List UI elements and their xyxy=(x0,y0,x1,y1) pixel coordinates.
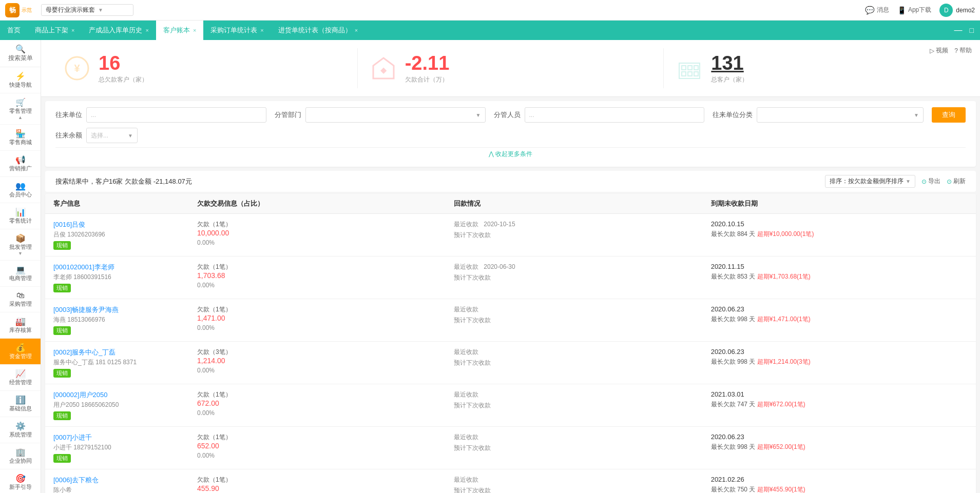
debt-amount: 652.00 xyxy=(197,442,454,450)
customer-cell: [0007]小进千 小进千 18279152100 现销 xyxy=(53,433,197,463)
close-icon[interactable]: × xyxy=(71,27,74,33)
query-button[interactable]: 查询 xyxy=(932,107,966,123)
table-header: 客户信息 欠款交易信息（占比） 回款情况 到期未收款日期 xyxy=(45,194,976,214)
last-payment: 最近收款 xyxy=(454,433,710,442)
overdue-link[interactable]: 超期¥652.00(1笔) xyxy=(757,443,805,450)
debt-count: 欠款（3笔） xyxy=(197,348,454,357)
overdue-link[interactable]: 超期¥672.00(1笔) xyxy=(757,401,805,408)
total-customers-label: 总客户（家） xyxy=(711,75,748,84)
balance-arrow-icon: ▼ xyxy=(128,133,133,139)
sidebar-item-retail-store[interactable]: 🏪 零售商城 xyxy=(0,125,41,151)
sidebar-item-newbie[interactable]: 🎯 新手引导 xyxy=(0,469,41,493)
sort-selector[interactable]: 排序：按欠款金额倒序排序 ▼ xyxy=(825,175,915,188)
tab-customer-account[interactable]: 客户账本 × xyxy=(156,21,203,40)
sidebar-item-inventory[interactable]: 🏭 库存核算 xyxy=(0,312,41,339)
unit-type-input[interactable]: ▼ xyxy=(757,107,924,123)
video-icon: ▷ xyxy=(930,47,934,54)
customer-cell: [0016]吕俊 吕俊 13026203696 现销 xyxy=(53,220,197,250)
sidebar-item-quick-nav[interactable]: ⚡ 快捷导航 xyxy=(0,67,41,93)
customer-name-link[interactable]: [0001020001]李老师 xyxy=(53,263,197,272)
store-icon: 🏪 xyxy=(2,129,39,139)
export-icon: ⊙ xyxy=(921,178,927,185)
collapse-bar[interactable]: ⋀ 收起更多条件 xyxy=(55,147,966,161)
sidebar: 🔍 搜索菜单 ⚡ 快捷导航 🛒 零售管理 ▲ 🏪 零售商城 📢 营销推广 👥 会… xyxy=(0,40,41,493)
message-btn[interactable]: 💬 消息 xyxy=(865,6,889,15)
debt-count: 欠款（1笔） xyxy=(197,220,454,229)
customer-name-link[interactable]: [0002]服务中心_丁磊 xyxy=(53,348,197,357)
sidebar-item-retail-stats[interactable]: 📊 零售统计 xyxy=(0,203,41,229)
close-icon[interactable]: × xyxy=(145,27,148,33)
sidebar-item-ecommerce[interactable]: 💻 电商管理 xyxy=(0,261,41,287)
overdue-link[interactable]: 超期¥1,471.00(1笔) xyxy=(757,315,811,323)
customer-name-link[interactable]: [0016]吕俊 xyxy=(53,220,197,229)
customer-name-link[interactable]: [0003]畅捷服务尹海燕 xyxy=(53,305,197,314)
due-date: 2021.03.01 xyxy=(711,390,968,398)
recovery-cell: 最近收款 预计下次收款 xyxy=(454,476,710,493)
debt-percent: 0.00% xyxy=(197,324,454,331)
tab-products-off[interactable]: 商品上下架 × xyxy=(28,21,82,40)
from-unit-input[interactable]: ... xyxy=(86,107,266,123)
due-date-cell: 2020.11.15 最长欠款 853 天 超期¥1,703.68(1笔) xyxy=(711,263,968,281)
minimize-btn[interactable]: — xyxy=(952,25,965,36)
close-icon[interactable]: × xyxy=(355,27,358,33)
overdue-link[interactable]: 超期¥455.90(1笔) xyxy=(757,486,805,493)
export-label: 导出 xyxy=(928,177,940,186)
sidebar-item-members[interactable]: 👥 会员中心 xyxy=(0,177,41,203)
maximize-btn[interactable]: □ xyxy=(968,25,976,35)
tab-bar: 首页 商品上下架 × 产成品入库单历史 × 客户账本 × 采购订单统计表 × 进… xyxy=(0,21,980,40)
sidebar-item-finance[interactable]: 💰 资金管理 xyxy=(0,339,41,365)
sidebar-item-batch-mgmt[interactable]: 📦 批发管理 ▼ xyxy=(0,229,41,261)
tab-home[interactable]: 首页 xyxy=(0,21,28,40)
close-icon[interactable]: × xyxy=(193,27,196,33)
debt-customers-label: 总欠款客户（家） xyxy=(99,75,148,84)
dept-label: 分管部门 xyxy=(275,110,301,120)
video-btn[interactable]: ▷ 视频 xyxy=(930,46,948,55)
close-icon[interactable]: × xyxy=(260,27,263,33)
results-bar: 搜索结果中，客户16家 欠款金额 -21,148.07元 排序：按欠款金额倒序排… xyxy=(45,171,976,192)
overdue-link[interactable]: 超期¥1,703.68(1笔) xyxy=(757,273,811,280)
balance-select[interactable]: 选择... ▼ xyxy=(86,128,138,143)
sidebar-item-retail-mgmt[interactable]: 🛒 零售管理 ▲ xyxy=(0,93,41,125)
customer-name-link[interactable]: [0007]小进千 xyxy=(53,433,197,442)
header-due-date: 到期未收款日期 xyxy=(711,199,968,208)
sidebar-search[interactable]: 🔍 搜索菜单 xyxy=(0,40,41,67)
customer-cell: [0006]去下粮仓 陈小希 现销 xyxy=(53,476,197,493)
tab-produce-history[interactable]: 产成品入库单历史 × xyxy=(82,21,156,40)
sidebar-item-system[interactable]: ⚙️ 系统管理 xyxy=(0,417,41,443)
sidebar-item-purchase[interactable]: 🛍 采购管理 xyxy=(0,287,41,312)
customer-phone: 吕俊 13026203696 xyxy=(53,230,197,239)
user-avatar[interactable]: D demo2 xyxy=(939,4,975,17)
company-selector[interactable]: 母婴行业演示账套 ▼ xyxy=(41,4,133,16)
newbie-icon: 🎯 xyxy=(2,474,39,483)
tab-inbound-stats[interactable]: 进货单统计表（按商品） × xyxy=(271,21,365,40)
debt-count: 欠款（1笔） xyxy=(197,305,454,314)
tab-purchase-order[interactable]: 采购订单统计表 × xyxy=(203,21,271,40)
sidebar-item-enterprise[interactable]: 🏢 企业协同 xyxy=(0,443,41,469)
customer-name-link[interactable]: [0006]去下粮仓 xyxy=(53,476,197,485)
debt-amount: 1,214.00 xyxy=(197,357,454,365)
due-date-cell: 2021.03.01 最长欠款 747 天 超期¥672.00(1笔) xyxy=(711,390,968,409)
manager-input[interactable]: ... xyxy=(525,107,705,123)
system-icon: ⚙️ xyxy=(2,421,39,431)
svg-rect-6 xyxy=(688,66,692,70)
operations-icon: 📈 xyxy=(2,369,39,379)
stat-debt-customers: ¥ 16 总欠款客户（家） xyxy=(51,48,358,88)
overdue-link[interactable]: 超期¥1,214.00(3笔) xyxy=(757,358,811,365)
customer-name-link[interactable]: [000002]用户2050 xyxy=(53,390,197,400)
app-download-btn[interactable]: 📱 App下载 xyxy=(897,6,931,14)
members-icon: 👥 xyxy=(2,181,39,191)
overdue-link[interactable]: 超期¥10,000.00(1笔) xyxy=(757,230,814,238)
export-btn[interactable]: ⊙ 导出 xyxy=(921,177,940,186)
debt-amount: 10,000.00 xyxy=(197,229,454,237)
recovery-cell: 最近收款 预计下次收款 xyxy=(454,390,710,410)
filter-manager: 分管人员 ... xyxy=(494,107,705,123)
sidebar-item-basic-info[interactable]: ℹ️ 基础信息 xyxy=(0,391,41,417)
search-label: 搜索菜单 xyxy=(3,54,37,63)
help-btn[interactable]: ? 帮助 xyxy=(954,46,972,55)
message-icon: 💬 xyxy=(865,6,875,15)
sidebar-item-operations[interactable]: 📈 经营管理 xyxy=(0,365,41,391)
sidebar-item-marketing[interactable]: 📢 营销推广 xyxy=(0,151,41,177)
app-icon: 📱 xyxy=(897,6,906,14)
refresh-btn[interactable]: ⊙ 刷新 xyxy=(947,177,966,186)
dept-input[interactable]: ▼ xyxy=(305,107,486,123)
